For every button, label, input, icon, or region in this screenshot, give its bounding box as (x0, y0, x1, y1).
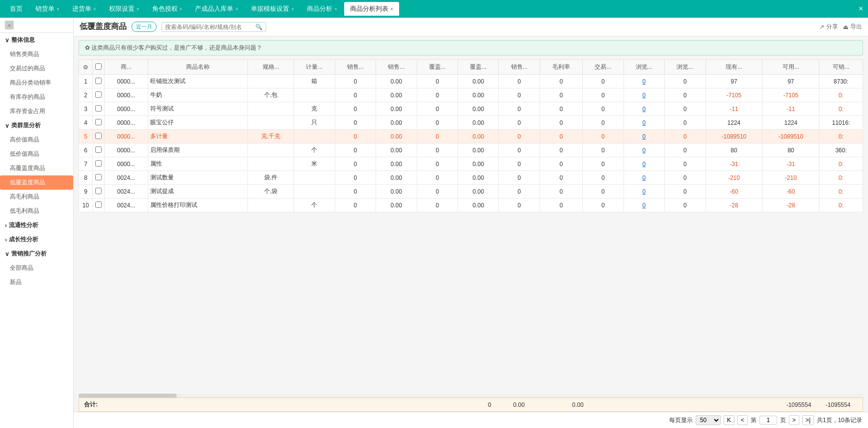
sidebar-item-high-margin[interactable]: 高毛利商品 (0, 190, 73, 204)
nav-tab-permissions[interactable]: 权限设置 × (103, 2, 145, 16)
cell-checkbox[interactable] (93, 199, 105, 212)
nav-tab-warehouse[interactable]: 产成品入库单 × (189, 2, 244, 16)
sidebar-collapse-button[interactable]: « (5, 21, 14, 29)
sidebar-item-high-value[interactable]: 高价值商品 (0, 133, 73, 147)
row-checkbox[interactable] (95, 105, 102, 112)
cell-stock3: 0: (819, 130, 863, 143)
share-button[interactable]: ↗ 分享 (819, 23, 838, 31)
last-page-button[interactable]: >| (802, 415, 814, 425)
row-checkbox[interactable] (95, 201, 102, 208)
search-icon[interactable]: 🔍 (255, 24, 263, 30)
cell-checkbox[interactable] (93, 102, 105, 116)
cell-checkbox[interactable] (93, 130, 105, 143)
cell-unit: 克 (294, 102, 335, 116)
cell-checkbox[interactable] (93, 185, 105, 199)
cell-checkbox[interactable] (93, 171, 105, 185)
select-all-checkbox[interactable] (95, 63, 102, 70)
cell-browse1[interactable]: 0 (624, 171, 664, 185)
th-checkbox[interactable] (93, 60, 105, 75)
close-icon[interactable]: × (180, 6, 183, 12)
cell-browse1[interactable]: 0 (624, 116, 664, 130)
sidebar-item-low-value[interactable]: 低价值商品 (0, 147, 73, 161)
sidebar-item-low-coverage[interactable]: 低覆盖度商品 (0, 175, 73, 190)
cell-stock2: -7105 (762, 88, 819, 102)
row-checkbox[interactable] (95, 160, 102, 167)
close-icon[interactable]: × (334, 6, 337, 12)
sidebar-item-inventory-funds[interactable]: 库存资金占用 (0, 104, 73, 118)
cell-stock3: 360: (819, 143, 863, 157)
th-browse2: 浏览... (665, 60, 705, 75)
close-icon[interactable]: × (291, 6, 294, 12)
row-checkbox[interactable] (95, 91, 102, 98)
cell-cover2: 0.00 (458, 185, 498, 199)
cell-sales3: 0 (499, 157, 540, 171)
page-size-select[interactable]: 50 20 100 (696, 415, 721, 425)
cell-checkbox[interactable] (93, 75, 105, 88)
nav-tab-roles[interactable]: 角色授权 × (146, 2, 189, 16)
close-icon[interactable]: × (390, 6, 393, 12)
cell-cover2: 0.00 (458, 157, 498, 171)
nav-tab-sales[interactable]: 销货单 × (29, 2, 65, 16)
cell-browse1[interactable]: 0 (624, 130, 664, 143)
cell-checkbox[interactable] (93, 143, 105, 157)
sidebar-item-sales-products[interactable]: 销售类商品 (0, 47, 73, 61)
close-icon[interactable]: × (235, 6, 238, 12)
close-icon[interactable]: × (56, 6, 59, 12)
cell-browse1[interactable]: 0 (624, 102, 664, 116)
sidebar-section-cluster[interactable]: ∨ 类群里分析 (0, 118, 73, 133)
horizontal-scrollbar[interactable] (79, 394, 863, 398)
table-row: 10000...旺铺批次测试箱00.0000.000000097978730: (79, 75, 863, 88)
nav-tab-analysis[interactable]: 商品分析 × (301, 2, 343, 16)
footer-stock2: -1095554 (818, 401, 858, 408)
cell-cover2: 0.00 (458, 199, 498, 212)
cell-name: 牛奶 (148, 88, 248, 102)
close-all-button[interactable]: × (859, 4, 863, 13)
sidebar-section-overall[interactable]: ∨ 整体信息 (0, 33, 73, 47)
cell-browse1[interactable]: 0 (624, 185, 664, 199)
cell-checkbox[interactable] (93, 88, 105, 102)
first-page-button[interactable]: K (724, 415, 734, 425)
page-number-input[interactable] (760, 416, 777, 425)
sidebar-item-new-products[interactable]: 新品 (0, 275, 73, 289)
sidebar-item-high-coverage[interactable]: 高覆盖度商品 (0, 161, 73, 175)
row-checkbox[interactable] (95, 119, 102, 125)
sidebar-item-category-rate[interactable]: 商品分类动销率 (0, 76, 73, 90)
row-checkbox[interactable] (95, 174, 102, 180)
cell-checkbox[interactable] (93, 116, 105, 130)
sidebar-item-traded-products[interactable]: 交易过的商品 (0, 61, 73, 76)
cell-checkbox[interactable] (93, 157, 105, 171)
sidebar-item-low-margin[interactable]: 低毛利商品 (0, 204, 73, 218)
next-page-button[interactable]: > (789, 415, 799, 425)
cell-browse1[interactable]: 0 (624, 157, 664, 171)
search-input[interactable] (165, 24, 253, 30)
nav-tab-purchase[interactable]: 进货单 × (66, 2, 102, 16)
cell-browse1[interactable]: 0 (624, 143, 664, 157)
prev-page-button[interactable]: < (737, 415, 748, 425)
sidebar-section-marketing[interactable]: ∨ 营销推广分析 (0, 247, 73, 261)
cell-browse1[interactable]: 0 (624, 75, 664, 88)
cell-num: 2 (79, 88, 93, 102)
sidebar-item-stocked-products[interactable]: 有库存的商品 (0, 90, 73, 104)
th-settings[interactable]: ⚙ (79, 60, 93, 75)
table-row: 30000...符号测试克00.0000.0000000-11-110: (79, 102, 863, 116)
cell-cover1: 0 (417, 199, 458, 212)
cell-num: 4 (79, 116, 93, 130)
nav-tab-home[interactable]: 首页 (4, 2, 28, 16)
close-icon[interactable]: × (93, 6, 96, 12)
close-icon[interactable]: × (136, 6, 139, 12)
nav-tab-template[interactable]: 单据模板设置 × (245, 2, 300, 16)
cell-browse1[interactable]: 0 (624, 199, 664, 212)
row-checkbox[interactable] (95, 188, 102, 194)
row-checkbox[interactable] (95, 133, 102, 139)
row-checkbox[interactable] (95, 78, 102, 84)
sidebar-section-growth[interactable]: › 成长性分析 (0, 232, 73, 247)
cell-code: 0000... (105, 88, 148, 102)
row-checkbox[interactable] (95, 146, 102, 153)
sidebar-section-liquidity[interactable]: › 流通性分析 (0, 218, 73, 232)
nav-tab-analysis-list[interactable]: 商品分析列表 × (344, 2, 399, 16)
sidebar-item-all-products[interactable]: 全部商品 (0, 261, 73, 275)
table-container[interactable]: ⚙ 商... 商品名称 规格... 计量... 销售... 销售... 覆盖..… (79, 59, 863, 394)
cell-browse1[interactable]: 0 (624, 88, 664, 102)
time-filter-button[interactable]: 近一月 (132, 22, 157, 32)
export-button[interactable]: ⏏ 导出 (843, 23, 862, 31)
